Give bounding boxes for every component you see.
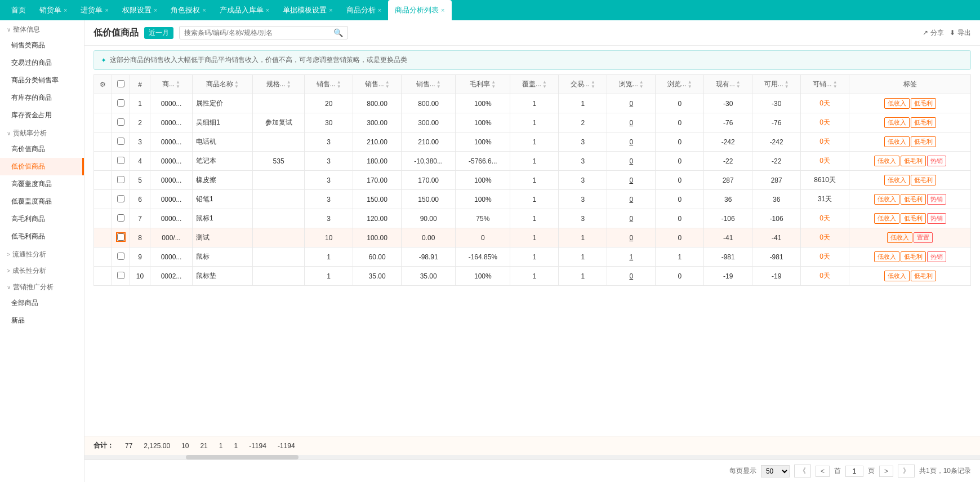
close-icon[interactable]: × — [266, 0, 269, 20]
view-link[interactable]: 0 — [629, 157, 633, 165]
th-code[interactable]: 商...▲▼ — [150, 75, 193, 94]
nav-home[interactable]: 首页 — [5, 0, 33, 20]
th-view1[interactable]: 浏览...▲▼ — [607, 75, 656, 94]
th-coverage[interactable]: 覆盖...▲▼ — [510, 75, 559, 94]
close-icon[interactable]: × — [105, 0, 108, 20]
view-link[interactable]: 0 — [629, 138, 633, 146]
product-tag: 低收入 — [884, 271, 910, 281]
row-checkbox[interactable] — [117, 214, 124, 222]
table-row: 8 000/... 测试 10 100.00 0.00 0 1 1 0 0 -4… — [94, 228, 971, 247]
sidebar-group-overall[interactable]: ∨ 整体信息 — [0, 20, 84, 37]
last-page-button[interactable]: 》 — [898, 465, 915, 477]
share-button[interactable]: ↗ 分享 — [923, 28, 944, 38]
cell-gross-rate: 100% — [456, 267, 510, 286]
cell-current-stock: 36 — [704, 190, 752, 209]
prev-page-button[interactable]: < — [816, 466, 830, 477]
cell-coverage: 1 — [510, 171, 559, 190]
page-number-input[interactable] — [845, 466, 863, 477]
row-checkbox[interactable] — [117, 233, 124, 241]
th-spec[interactable]: 规格...▲▼ — [253, 75, 305, 94]
export-button[interactable]: ⬇ 导出 — [950, 28, 971, 38]
view-link[interactable]: 0 — [629, 119, 633, 127]
cell-checkbox — [112, 209, 130, 228]
product-tag: 低毛利 — [911, 117, 936, 128]
view-link[interactable]: 0 — [629, 196, 633, 204]
product-tag: 低收入 — [884, 98, 910, 109]
cell-view2: 0 — [656, 152, 704, 171]
row-checkbox[interactable] — [117, 176, 124, 183]
view-link[interactable]: 0 — [629, 234, 633, 242]
sidebar-item-high-value[interactable]: 高价值商品 — [0, 140, 84, 158]
row-checkbox[interactable] — [117, 99, 124, 107]
sidebar-item-high-margin[interactable]: 高毛利商品 — [0, 210, 84, 228]
sidebar-item-new-products[interactable]: 新品 — [0, 312, 84, 329]
scrollbar-thumb[interactable] — [186, 455, 299, 459]
row-checkbox[interactable] — [117, 118, 124, 126]
nav-permissions[interactable]: 权限设置 × — [115, 0, 164, 20]
nav-sales-order[interactable]: 销货单 × — [33, 0, 74, 20]
sidebar-group-marketing[interactable]: ∨ 营销推广分析 — [0, 278, 84, 294]
close-icon[interactable]: × — [329, 0, 332, 20]
th-view2[interactable]: 浏览...▲▼ — [656, 75, 704, 94]
row-checkbox[interactable] — [117, 157, 124, 164]
nav-template-settings[interactable]: 单据模板设置 × — [276, 0, 339, 20]
nav-purchase-order[interactable]: 进货单 × — [74, 0, 115, 20]
sidebar: ∨ 整体信息 销售类商品 交易过的商品 商品分类销售率 有库存的商品 库存资金占… — [0, 20, 84, 482]
th-available[interactable]: 可用...▲▼ — [752, 75, 801, 94]
close-icon[interactable]: × — [64, 0, 67, 20]
next-page-button[interactable]: > — [879, 466, 893, 477]
footer-values: 77 2,125.00 10 21 1 1 -1194 -1194 — [125, 442, 295, 450]
row-checkbox[interactable] — [117, 138, 124, 145]
page-size-select[interactable]: 50 100 200 — [761, 465, 790, 477]
sidebar-item-all-products[interactable]: 全部商品 — [0, 294, 84, 312]
search-icon[interactable]: 🔍 — [333, 28, 343, 37]
close-icon[interactable]: × — [202, 0, 206, 20]
row-checkbox[interactable] — [117, 253, 124, 260]
sidebar-item-low-coverage[interactable]: 低覆盖度商品 — [0, 193, 84, 210]
view-link[interactable]: 0 — [629, 100, 633, 108]
row-checkbox[interactable] — [117, 195, 124, 202]
th-settings[interactable]: ⚙ — [94, 75, 112, 94]
cell-code: 0000... — [150, 171, 193, 190]
th-sale-cost[interactable]: 销售...▲▼ — [402, 75, 456, 94]
sidebar-item-sales-products[interactable]: 销售类商品 — [0, 37, 84, 54]
cell-checkbox — [112, 190, 130, 209]
sidebar-group-contribution[interactable]: ∨ 贡献率分析 — [0, 124, 84, 140]
row-checkbox[interactable] — [117, 272, 124, 279]
close-icon[interactable]: × — [154, 0, 157, 20]
nav-product-analysis[interactable]: 商品分析 × — [340, 0, 388, 20]
nav-product-warehouse[interactable]: 产成品入库单 × — [213, 0, 276, 20]
first-page-button[interactable]: 《 — [794, 465, 811, 477]
sidebar-item-low-value[interactable]: 低价值商品 — [0, 158, 84, 175]
select-all-checkbox[interactable] — [117, 80, 124, 87]
th-trade[interactable]: 交易...▲▼ — [559, 75, 607, 94]
sidebar-item-category-sales-rate[interactable]: 商品分类销售率 — [0, 72, 84, 89]
th-sale-amount[interactable]: 销售...▲▼ — [353, 75, 402, 94]
cell-sale-amount: 150.00 — [353, 190, 402, 209]
th-current-stock[interactable]: 现有...▲▼ — [704, 75, 752, 94]
sidebar-item-traded-products[interactable]: 交易过的商品 — [0, 54, 84, 72]
view-link[interactable]: 0 — [629, 215, 633, 223]
sidebar-item-stock-capital[interactable]: 库存资金占用 — [0, 107, 84, 124]
close-icon[interactable]: × — [378, 0, 381, 20]
close-icon[interactable]: × — [441, 0, 444, 20]
view-link[interactable]: 0 — [629, 272, 633, 280]
nav-product-analysis-list[interactable]: 商品分析列表 × — [388, 0, 451, 20]
cell-sale-cost: 300.00 — [402, 113, 456, 132]
sidebar-group-growth[interactable]: > 成长性分析 — [0, 262, 84, 278]
th-gross-rate[interactable]: 毛利率▲▼ — [456, 75, 510, 94]
th-name[interactable]: 商品名称▲▼ — [193, 75, 253, 94]
th-sale-qty[interactable]: 销售...▲▼ — [305, 75, 353, 94]
sidebar-item-stocked-products[interactable]: 有库存的商品 — [0, 89, 84, 107]
search-input[interactable] — [184, 29, 331, 37]
view-link[interactable]: 0 — [629, 176, 633, 184]
data-table-container: ⚙ # 商...▲▼ 商品名称▲▼ 规格...▲▼ 销售...▲▼ 销售...▲… — [84, 74, 980, 436]
date-range-badge[interactable]: 近一月 — [144, 27, 173, 39]
nav-role-auth[interactable]: 角色授权 × — [164, 0, 212, 20]
sidebar-item-high-coverage[interactable]: 高覆盖度商品 — [0, 175, 84, 193]
sidebar-item-low-margin[interactable]: 低毛利商品 — [0, 228, 84, 245]
view-link[interactable]: 1 — [629, 253, 633, 261]
th-sellable[interactable]: 可销...▲▼ — [801, 75, 849, 94]
sidebar-group-liquidity[interactable]: > 流通性分析 — [0, 245, 84, 262]
horizontal-scrollbar[interactable] — [84, 455, 980, 459]
